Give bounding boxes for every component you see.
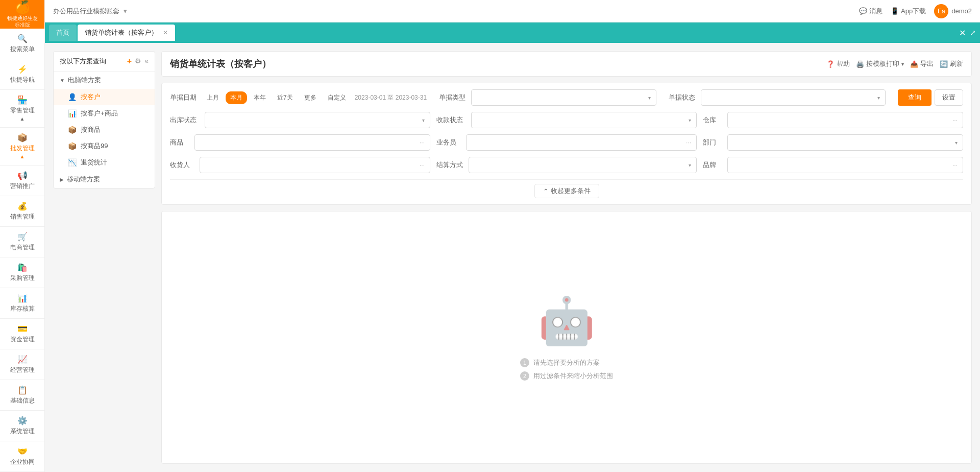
goods-ellipsis: ··· (420, 139, 425, 146)
goods-input[interactable]: ··· (194, 134, 430, 151)
print-icon: 🖨️ (856, 60, 864, 68)
export-btn[interactable]: 📤 导出 (910, 59, 934, 68)
salesperson-input[interactable]: ··· (466, 134, 697, 151)
setting-scheme-icon[interactable]: ⚙ (135, 57, 141, 66)
goods-label: 商品 (170, 138, 190, 147)
settlement-label: 结算方式 (436, 160, 464, 170)
tab-close-icon[interactable]: ✕ (163, 29, 168, 36)
app-logo[interactable]: 🍊 畅捷通好生意 标准版 (0, 0, 45, 29)
date-tab-more[interactable]: 更多 (300, 91, 321, 104)
sidebar-label-marketing: 营销推广 (0, 182, 45, 191)
template-print-btn[interactable]: 🖨️ 按模板打印 ▾ (856, 59, 904, 68)
by-goods-99-icon: 📦 (68, 142, 77, 150)
tab-sales-stat[interactable]: 销货单统计表（按客户） ✕ (78, 25, 175, 41)
logo-icon: 🍊 (15, 0, 30, 14)
brand-input[interactable]: ··· (727, 157, 963, 173)
date-tab-last-month[interactable]: 上月 (202, 91, 224, 104)
search-icon: 🔍 (0, 34, 45, 43)
sidebar-label-sales: 销售管理 (0, 213, 45, 221)
scheme-panel: 按以下方案查询 + ⚙ « ▼ 电脑端方案 👤 (53, 51, 155, 188)
scheme-item-by-goods[interactable]: 📦 按商品 (54, 122, 155, 138)
scheme-item-by-customer[interactable]: 👤 按客户 (54, 89, 155, 105)
scheme-item-by-goods-99[interactable]: 📦 按商品99 (54, 138, 155, 154)
warehouse-filter: 仓库 ··· (703, 112, 963, 128)
sidebar-item-marketing[interactable]: 📢 营销推广 (0, 166, 45, 196)
scheme-item-return-stat[interactable]: 📉 退货统计 (54, 154, 155, 171)
brand-ellipsis: ··· (952, 161, 958, 169)
window-maximize-icon[interactable]: ⤢ (970, 29, 976, 37)
sidebar-item-sales[interactable]: 💰 销售管理 (0, 196, 45, 227)
add-scheme-icon[interactable]: + (127, 57, 132, 66)
quick-nav-icon: ⚡ (0, 64, 45, 74)
sidebar-item-basic[interactable]: 📋 基础信息 (0, 380, 45, 411)
sidebar-item-quick-nav[interactable]: ⚡ 快捷导航 (0, 59, 45, 90)
sidebar-label-ops: 经营管理 (0, 366, 45, 374)
warehouse-input[interactable]: ··· (727, 112, 963, 128)
order-type-select[interactable]: ▾ (471, 89, 656, 106)
collapse-btn[interactable]: ⌃ 收起更多条件 (534, 184, 599, 198)
empty-hints: 1 请先选择要分析的方案 2 用过滤条件来缩小分析范围 (520, 358, 613, 381)
sidebar-item-finance[interactable]: 💳 资金管理 (0, 319, 45, 349)
page-title-bar: 销货单统计表（按客户） ❓ 帮助 🖨️ 按模板打印 ▾ 📤 导出 (161, 51, 972, 77)
window-close-icon[interactable]: ✕ (959, 28, 966, 38)
collapse-panel-icon[interactable]: « (144, 57, 149, 66)
sidebar-label-inventory: 库存核算 (0, 304, 45, 313)
date-label: 单据日期 (170, 93, 198, 102)
sidebar-label-retail: 零售管理 (0, 106, 45, 115)
scheme-group-pc-title[interactable]: ▼ 电脑端方案 (54, 72, 155, 89)
settlement-filter: 结算方式 ▾ (436, 157, 697, 173)
scheme-group-mobile-title[interactable]: ▶ 移动端方案 (54, 171, 155, 188)
order-status-select[interactable]: ▾ (701, 89, 886, 106)
sidebar-item-retail[interactable]: 🏪 零售管理 ▲ (0, 90, 45, 128)
sidebar-label-wholesale: 批发管理 (0, 144, 45, 153)
sidebar-item-purchase[interactable]: 🛍️ 采购管理 (0, 257, 45, 288)
scheme-item-label-by-goods-99: 按商品99 (81, 141, 108, 151)
app-subtitle: 标准版 (15, 21, 30, 29)
sidebar-item-inventory[interactable]: 📊 库存核算 (0, 288, 45, 319)
department-select[interactable]: ▾ (727, 134, 963, 151)
recipient-input[interactable]: ··· (200, 157, 430, 173)
message-btn[interactable]: 💬 消息 (859, 7, 883, 16)
out-status-label: 出库状态 (170, 115, 201, 125)
sidebar-label-system: 系统管理 (0, 427, 45, 436)
refresh-btn[interactable]: 🔄 刷新 (940, 59, 963, 68)
sidebar-item-enterprise[interactable]: 🤝 企业协同 (0, 441, 45, 472)
sidebar-item-wholesale[interactable]: 📦 批发管理 ▲ (0, 128, 45, 166)
order-type-filter: 单据类型 ▾ (439, 89, 656, 106)
query-btn[interactable]: 查询 (898, 89, 932, 106)
settlement-select[interactable]: ▾ (469, 157, 697, 173)
scheme-group-pc-content: 👤 按客户 📊 按客户+商品 📦 按商品 📦 (54, 89, 155, 171)
salesperson-ellipsis: ··· (686, 139, 691, 146)
tab-home[interactable]: 首页 (49, 25, 77, 41)
collection-status-select[interactable]: ▾ (471, 112, 697, 128)
settings-btn[interactable]: 设置 (935, 89, 963, 106)
goods-filter: 商品 ··· (170, 134, 430, 151)
order-status-control: ▾ (701, 89, 886, 106)
username: demo2 (951, 7, 972, 15)
message-icon: 💬 (859, 7, 867, 15)
sidebar-item-ecom[interactable]: 🛒 电商管理 (0, 227, 45, 257)
help-btn[interactable]: ❓ 帮助 (826, 59, 850, 68)
brand-filter: 品牌 ··· (703, 157, 963, 173)
sidebar-item-system[interactable]: ⚙️ 系统管理 (0, 411, 45, 441)
query-actions: 查询 设置 (898, 89, 963, 106)
sidebar-label-basic: 基础信息 (0, 396, 45, 405)
app-download-btn[interactable]: 📱 App下载 (891, 7, 926, 16)
brand-label: 品牌 (703, 160, 723, 170)
warehouse-ellipsis: ··· (952, 116, 958, 124)
app-name: 畅捷通好生意 (7, 15, 38, 21)
date-tab-this-month[interactable]: 本月 (226, 91, 247, 104)
user-menu[interactable]: Ea demo2 (934, 4, 972, 18)
empty-state: 🤖 1 请先选择要分析的方案 2 用过滤条件来缩小分析范围 (520, 264, 613, 411)
sidebar-item-search[interactable]: 🔍 搜索菜单 (0, 29, 45, 59)
date-tab-this-year[interactable]: 本年 (249, 91, 271, 104)
sidebar-item-ops[interactable]: 📈 经营管理 (0, 349, 45, 380)
scheme-item-label-by-customer: 按客户 (81, 92, 101, 102)
scheme-group-mobile: ▶ 移动端方案 (54, 171, 155, 188)
return-stat-icon: 📉 (68, 158, 77, 167)
breadcrumb-dropdown-icon[interactable]: ▾ (124, 7, 127, 15)
date-tab-custom[interactable]: 自定义 (323, 91, 351, 104)
scheme-item-by-customer-goods[interactable]: 📊 按客户+商品 (54, 105, 155, 122)
date-tab-last-7-days[interactable]: 近7天 (273, 91, 298, 104)
out-status-select[interactable]: ▾ (205, 112, 430, 128)
